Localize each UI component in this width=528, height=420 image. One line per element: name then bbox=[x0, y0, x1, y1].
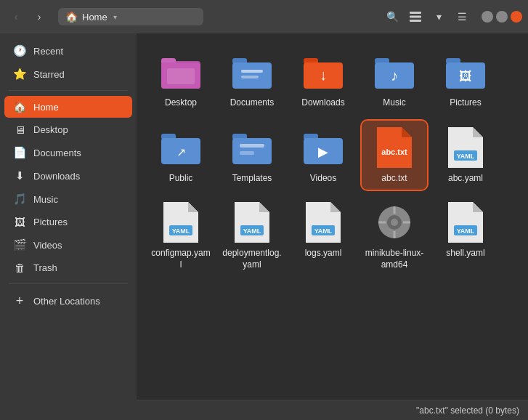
forward-button[interactable]: › bbox=[29, 7, 49, 27]
file-label: Pictures bbox=[450, 97, 481, 109]
back-button[interactable]: ‹ bbox=[6, 7, 26, 27]
file-item-music[interactable]: ♪ Music bbox=[362, 45, 427, 115]
status-text: "abc.txt" selected (0 bytes) bbox=[416, 405, 519, 416]
svg-marker-35 bbox=[473, 127, 483, 137]
shell-yaml-icon: YAML bbox=[444, 201, 487, 243]
sidebar-item-label: Desktop bbox=[33, 124, 68, 135]
sidebar-item-documents[interactable]: 📄 Documents bbox=[4, 142, 132, 163]
sidebar-item-label: Music bbox=[33, 194, 58, 205]
svg-text:YAML: YAML bbox=[457, 153, 475, 160]
sidebar-item-desktop[interactable]: 🖥 Desktop bbox=[4, 119, 132, 140]
music-icon: 🎵 bbox=[13, 193, 26, 206]
minimize-button[interactable] bbox=[482, 11, 493, 23]
file-item-videos[interactable]: ▶ Videos bbox=[291, 121, 356, 190]
sidebar-item-label: Trash bbox=[33, 262, 57, 273]
svg-rect-0 bbox=[410, 12, 421, 14]
file-item-pictures[interactable]: 🖼 Pictures bbox=[433, 45, 498, 115]
sidebar-item-starred[interactable]: ⭐ Starred bbox=[4, 63, 132, 85]
file-item-minikube[interactable]: minikube-linux-amd64 bbox=[362, 195, 427, 276]
close-button[interactable] bbox=[511, 11, 522, 23]
svg-text:YAML: YAML bbox=[314, 227, 333, 235]
templates-folder-icon bbox=[231, 126, 273, 169]
starred-icon: ⭐ bbox=[13, 68, 26, 81]
window-controls bbox=[482, 11, 522, 23]
file-label: abc.yaml bbox=[448, 173, 483, 185]
view-dropdown-button[interactable]: ▾ bbox=[428, 6, 450, 28]
file-label: Public bbox=[169, 173, 193, 185]
svg-text:YAML: YAML bbox=[457, 227, 475, 235]
sidebar-divider-2 bbox=[9, 283, 128, 284]
downloads-icon: ⬇ bbox=[13, 169, 26, 182]
svg-marker-58 bbox=[473, 202, 483, 212]
file-label: configmap.yaml bbox=[151, 248, 211, 270]
breadcrumb-label: Home bbox=[82, 12, 107, 23]
file-label: Documents bbox=[230, 97, 275, 109]
svg-text:YAML: YAML bbox=[243, 227, 261, 235]
file-label: shell.yaml bbox=[446, 248, 484, 259]
sidebar-item-label: Recent bbox=[33, 46, 63, 57]
documents-folder-icon bbox=[231, 51, 273, 93]
file-item-public[interactable]: ↗ Public bbox=[148, 121, 214, 190]
file-item-downloads[interactable]: ↓ Downloads bbox=[291, 45, 356, 115]
pictures-folder-icon: 🖼 bbox=[444, 51, 487, 93]
svg-rect-10 bbox=[241, 70, 263, 73]
svg-text:abc.txt: abc.txt bbox=[381, 148, 407, 156]
svg-rect-1 bbox=[410, 16, 421, 18]
sidebar-item-label: Other Locations bbox=[33, 296, 100, 307]
file-item-configmap-yaml[interactable]: YAML configmap.yaml bbox=[148, 195, 214, 276]
file-label: Music bbox=[383, 97, 405, 109]
sidebar-item-recent[interactable]: 🕐 Recent bbox=[4, 40, 132, 62]
sidebar-item-label: Downloads bbox=[33, 171, 80, 182]
file-label: Templates bbox=[232, 173, 272, 185]
svg-rect-26 bbox=[240, 144, 264, 148]
sidebar-item-videos[interactable]: 🎬 Videos bbox=[4, 234, 132, 256]
file-item-abc-yaml[interactable]: YAML abc.yaml bbox=[433, 121, 498, 190]
file-item-desktop[interactable]: Desktop bbox=[148, 45, 214, 115]
sidebar-item-music[interactable]: 🎵 Music bbox=[4, 188, 132, 210]
desktop-folder-icon bbox=[160, 51, 202, 93]
logs-yaml-icon: YAML bbox=[302, 201, 344, 243]
videos-icon: 🎬 bbox=[13, 238, 26, 251]
sidebar-item-downloads[interactable]: ⬇ Downloads bbox=[4, 165, 132, 187]
titlebar: ‹ › 🏠 Home ▾ 🔍 ▾ ☰ bbox=[0, 0, 528, 33]
deploymentlog-yaml-icon: YAML bbox=[231, 201, 273, 243]
file-item-shell-yaml[interactable]: YAML shell.yaml bbox=[433, 195, 498, 276]
svg-text:↓: ↓ bbox=[320, 67, 327, 83]
sidebar-item-home[interactable]: 🏠 Home bbox=[4, 96, 132, 118]
file-grid: Desktop Documents bbox=[137, 33, 528, 400]
file-item-abc-txt[interactable]: abc.txt abc.txt bbox=[362, 121, 427, 190]
sidebar-item-label: Pictures bbox=[33, 217, 68, 227]
file-item-documents[interactable]: Documents bbox=[219, 45, 285, 115]
svg-text:YAML: YAML bbox=[172, 227, 190, 235]
svg-rect-2 bbox=[410, 20, 421, 22]
breadcrumb[interactable]: 🏠 Home ▾ bbox=[58, 8, 203, 25]
trash-icon: 🗑 bbox=[13, 262, 26, 274]
sidebar-item-trash[interactable]: 🗑 Trash bbox=[4, 257, 132, 278]
titlebar-actions: 🔍 ▾ ☰ bbox=[381, 6, 473, 28]
downloads-folder-icon: ↓ bbox=[302, 51, 344, 93]
menu-button[interactable]: ☰ bbox=[451, 6, 473, 28]
sidebar-item-pictures[interactable]: 🖼 Pictures bbox=[4, 211, 132, 233]
maximize-button[interactable] bbox=[496, 11, 508, 23]
recent-icon: 🕐 bbox=[13, 44, 26, 57]
svg-marker-39 bbox=[188, 202, 198, 212]
file-item-templates[interactable]: Templates bbox=[219, 121, 285, 190]
file-label: deploymentlog.yaml bbox=[222, 248, 282, 270]
sidebar: 🕐 Recent ⭐ Starred 🏠 Home 🖥 Desktop 📄 Do… bbox=[0, 33, 137, 420]
file-item-deploymentlog-yaml[interactable]: YAML deploymentlog.yaml bbox=[219, 195, 285, 276]
sidebar-item-label: Documents bbox=[33, 148, 81, 158]
sidebar-item-other-locations[interactable]: + Other Locations bbox=[4, 289, 132, 313]
svg-text:🖼: 🖼 bbox=[459, 69, 472, 84]
sidebar-item-label: Starred bbox=[33, 69, 65, 80]
search-button[interactable]: 🔍 bbox=[381, 6, 403, 28]
videos-folder-icon: ▶ bbox=[302, 126, 344, 169]
configmap-yaml-icon: YAML bbox=[160, 201, 202, 243]
svg-marker-43 bbox=[259, 202, 269, 212]
file-label: Downloads bbox=[301, 97, 344, 109]
file-item-logs-yaml[interactable]: YAML logs.yaml bbox=[291, 195, 356, 276]
sidebar-item-label: Home bbox=[33, 102, 59, 113]
file-label: abc.txt bbox=[381, 173, 407, 185]
view-list-button[interactable] bbox=[405, 6, 426, 28]
svg-point-52 bbox=[391, 219, 398, 226]
svg-rect-7 bbox=[167, 68, 195, 84]
